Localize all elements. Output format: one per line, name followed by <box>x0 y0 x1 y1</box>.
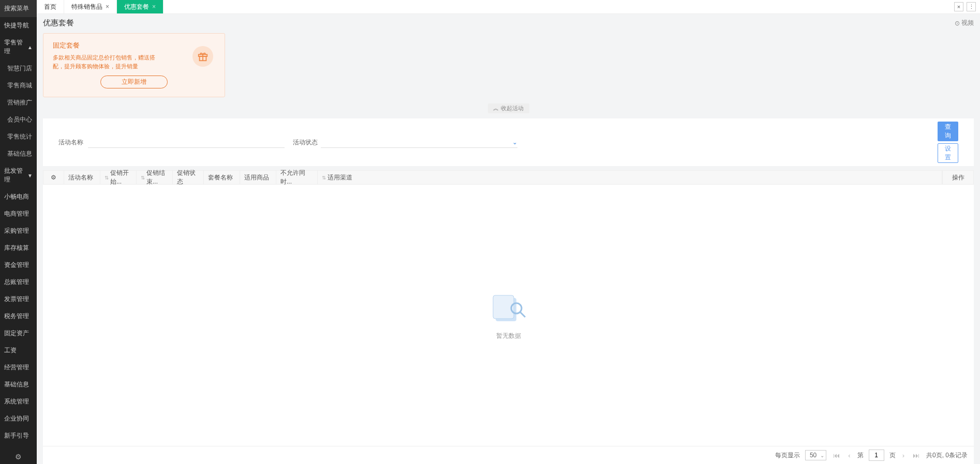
per-page-label: 每页显示 <box>775 451 800 460</box>
table-header: ⚙ 活动名称 ⇅促销开始... ⇅促销结束... 促销状态 套餐名称 适用商品 … <box>43 170 974 185</box>
page-header: 优惠套餐 ⊙ 视频 <box>37 14 980 31</box>
table-body-empty: 暂无数据 <box>43 185 974 446</box>
sidebar-footer: ⚙ <box>0 450 37 464</box>
page-prev-button[interactable]: ‹ <box>847 452 852 459</box>
tab-bar: 首页 特殊销售品 × 优惠套餐 × × ⋮ <box>37 0 980 14</box>
sidebar-item-bizmgmt[interactable]: 经营管理 <box>0 359 37 376</box>
sidebar-item-purchase[interactable]: 采购管理 <box>0 222 37 240</box>
filter-bar: 活动名称 活动状态 ⌄ 查询 设置 <box>43 118 974 166</box>
sidebar-quicknav[interactable]: 快捷导航 <box>0 17 37 34</box>
sidebar-item-baseinfo2[interactable]: 基础信息 <box>0 376 37 393</box>
svg-line-6 <box>520 312 525 317</box>
per-page-select[interactable]: 50 ⌄ <box>805 450 826 460</box>
th-promo-start[interactable]: ⇅促销开始... <box>100 171 137 184</box>
sidebar-item-member[interactable]: 会员中心 <box>0 111 37 128</box>
tab-discount-package[interactable]: 优惠套餐 × <box>117 0 164 13</box>
collapse-label: 收起活动 <box>501 104 524 112</box>
sidebar-item-ledger[interactable]: 总账管理 <box>0 274 37 291</box>
sidebar-section-label: 批发管理 <box>4 167 26 184</box>
sort-icon: ⇅ <box>141 175 145 181</box>
th-activity-name[interactable]: 活动名称 <box>64 171 100 184</box>
sort-icon: ⇅ <box>322 175 326 181</box>
th-products[interactable]: 适用商品 <box>240 171 276 184</box>
sidebar-section-wholesale[interactable]: 批发管理 ▼ <box>0 162 37 188</box>
gear-icon: ⚙ <box>51 174 56 181</box>
empty-text: 暂无数据 <box>496 332 521 340</box>
th-disallow[interactable]: 不允许同时... <box>276 171 318 184</box>
filter-name-group: 活动名称 <box>58 137 285 148</box>
sidebar-item-baseinfo1[interactable]: 基础信息 <box>0 145 37 162</box>
sidebar-search[interactable]: 搜索菜单 <box>0 0 37 17</box>
sidebar-item-fixedasset[interactable]: 固定资产 <box>0 325 37 342</box>
sidebar-item-marketing[interactable]: 营销推广 <box>0 94 37 111</box>
page-prefix: 第 <box>857 451 864 460</box>
page-first-button[interactable]: ⏮ <box>831 452 841 459</box>
sidebar-item-salary[interactable]: 工资 <box>0 342 37 359</box>
tabs-more-icon[interactable]: ⋮ <box>967 2 976 11</box>
th-promo-end[interactable]: ⇅促销结束... <box>137 171 173 184</box>
close-icon[interactable]: × <box>106 3 109 10</box>
tab-label: 优惠套餐 <box>124 3 149 11</box>
sort-icon: ⇅ <box>105 175 109 181</box>
settings-button[interactable]: 设置 <box>938 143 958 163</box>
gear-icon[interactable]: ⚙ <box>15 453 22 461</box>
card-title: 固定套餐 <box>53 41 215 50</box>
page-summary: 共0页, 0条记录 <box>926 451 968 460</box>
caret-down-icon: ▼ <box>27 173 33 178</box>
page-title: 优惠套餐 <box>43 18 74 28</box>
sidebar: 搜索菜单 快捷导航 零售管理 ▲ 智慧门店 零售商城 营销推广 会员中心 零售统… <box>0 0 37 464</box>
tab-home[interactable]: 首页 <box>37 0 64 13</box>
play-icon: ⊙ <box>955 20 960 27</box>
tab-special-sales[interactable]: 特殊销售品 × <box>64 0 117 13</box>
tab-label: 特殊销售品 <box>71 3 102 11</box>
fixed-package-card: 固定套餐 多款相关商品固定总价打包销售，赠送搭配，提升顾客购物体验，提升销量 立… <box>43 33 225 97</box>
sidebar-item-newbie[interactable]: 新手引导 <box>0 427 37 444</box>
video-label: 视频 <box>961 19 974 27</box>
collapse-activities-button[interactable]: ︽ 收起活动 <box>488 103 529 113</box>
sidebar-section-retail[interactable]: 零售管理 ▲ <box>0 34 37 60</box>
caret-up-icon: ▲ <box>27 44 33 50</box>
column-config-button[interactable]: ⚙ <box>43 171 64 184</box>
th-promo-status[interactable]: 促销状态 <box>173 171 204 184</box>
promo-cards: 固定套餐 多款相关商品固定总价打包销售，赠送搭配，提升顾客购物体验，提升销量 立… <box>37 31 980 101</box>
sidebar-item-invoice[interactable]: 发票管理 <box>0 291 37 308</box>
create-now-button[interactable]: 立即新增 <box>100 76 168 88</box>
sidebar-item-inventory[interactable]: 库存核算 <box>0 240 37 257</box>
main: 首页 特殊销售品 × 优惠套餐 × × ⋮ 优惠套餐 ⊙ 视频 <box>37 0 980 464</box>
sidebar-item-enterprise[interactable]: 企业协同 <box>0 410 37 427</box>
tab-label: 首页 <box>44 3 56 11</box>
sidebar-section-label: 零售管理 <box>4 38 26 56</box>
gift-icon <box>192 46 213 67</box>
page-next-button[interactable]: › <box>901 452 906 459</box>
page-last-button[interactable]: ⏭ <box>911 452 921 459</box>
chevron-up-icon: ︽ <box>493 104 499 112</box>
sidebar-item-smartstore[interactable]: 智慧门店 <box>0 60 37 77</box>
query-button[interactable]: 查询 <box>938 122 958 141</box>
th-operations: 操作 <box>942 171 973 184</box>
sidebar-item-ecommerce[interactable]: 电商管理 <box>0 205 37 222</box>
video-link[interactable]: ⊙ 视频 <box>955 19 974 27</box>
filter-name-label: 活动名称 <box>58 139 83 146</box>
activity-status-select[interactable]: ⌄ <box>321 137 517 148</box>
chevron-down-icon: ⌄ <box>512 139 517 146</box>
empty-state-icon <box>488 290 529 326</box>
th-package-name[interactable]: 套餐名称 <box>204 171 240 184</box>
activity-name-input[interactable] <box>88 137 285 148</box>
sidebar-item-tax[interactable]: 税务管理 <box>0 308 37 325</box>
pagination: 每页显示 50 ⌄ ⏮ ‹ 第 页 › ⏭ 共0页, 0条记录 <box>43 446 974 464</box>
close-icon[interactable]: × <box>152 3 156 10</box>
sidebar-item-funds[interactable]: 资金管理 <box>0 257 37 274</box>
card-description: 多款相关商品固定总价打包销售，赠送搭配，提升顾客购物体验，提升销量 <box>53 53 156 70</box>
sidebar-item-xiaochang[interactable]: 小畅电商 <box>0 188 37 205</box>
filter-status-label: 活动状态 <box>293 138 318 147</box>
tabs-close-all-button[interactable]: × <box>954 2 963 11</box>
th-channel[interactable]: ⇅适用渠道 <box>318 171 942 184</box>
per-page-value: 50 <box>805 450 826 460</box>
sidebar-item-sysmgmt[interactable]: 系统管理 <box>0 393 37 410</box>
sidebar-item-retailstats[interactable]: 零售统计 <box>0 128 37 145</box>
data-table: ⚙ 活动名称 ⇅促销开始... ⇅促销结束... 促销状态 套餐名称 适用商品 … <box>43 170 974 446</box>
filter-status-group: 活动状态 ⌄ <box>293 137 517 148</box>
page-suffix: 页 <box>889 451 896 460</box>
page-number-input[interactable] <box>869 450 884 461</box>
sidebar-item-retailmall[interactable]: 零售商城 <box>0 77 37 94</box>
